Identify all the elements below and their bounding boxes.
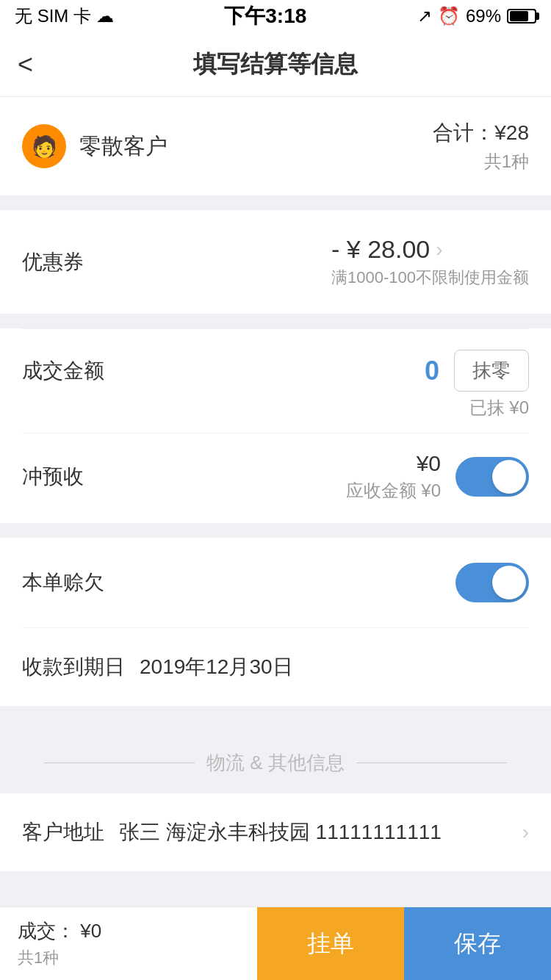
avatar-icon: 🧑	[32, 134, 57, 159]
coupon-amount: - ¥ 28.00	[331, 235, 430, 264]
address-row[interactable]: 客户地址 张三 海淀永丰科技园 11111111111 ›	[0, 793, 551, 871]
coupon-label: 优惠券	[22, 248, 84, 276]
coupon-section: 优惠券 - ¥ 28.00 › 满1000-100不限制使用金额	[0, 210, 551, 314]
page-title: 填写结算等信息	[193, 48, 358, 81]
amount-row: 成交金额 0 抹零 已抹 ¥0	[22, 328, 529, 433]
logistics-title: 物流 & 其他信息	[206, 750, 345, 776]
address-chevron-icon: ›	[522, 821, 529, 844]
precharge-main-amount: ¥0	[346, 451, 441, 476]
precharge-amounts: ¥0 应收金额 ¥0	[346, 451, 441, 502]
due-date-row: 收款到期日 2019年12月30日	[22, 627, 529, 706]
location-icon: ↗	[417, 6, 432, 26]
address-label: 客户地址	[22, 818, 104, 846]
due-date-label: 收款到期日	[22, 653, 125, 681]
coupon-row[interactable]: 优惠券 - ¥ 28.00 › 满1000-100不限制使用金额	[22, 210, 529, 314]
divider-1	[0, 195, 551, 210]
logistics-header: 物流 & 其他信息	[0, 735, 551, 790]
bottom-transaction: 成交： ¥0	[18, 918, 240, 944]
customer-row: 🧑 零散客户 合计：¥28 共1种	[22, 97, 529, 195]
debt-label: 本单赊欠	[22, 569, 104, 597]
divider-line-right	[356, 763, 507, 763]
status-bar: 无 SIM 卡 ☁ 下午3:18 ↗ ⏰ 69%	[0, 0, 551, 32]
customer-right: 合计：¥28 共1种	[433, 119, 529, 173]
total-count: 共1种	[433, 150, 529, 173]
amount-sub: 已抹 ¥0	[22, 392, 529, 427]
suspend-button[interactable]: 挂单	[257, 907, 404, 980]
sim-status: 无 SIM 卡 ☁	[15, 4, 114, 28]
customer-left: 🧑 零散客户	[22, 124, 168, 168]
round-button[interactable]: 抹零	[454, 350, 529, 392]
battery-percent: 69%	[466, 6, 501, 26]
amount-label: 成交金额	[22, 357, 104, 385]
nav-bar: < 填写结算等信息	[0, 32, 551, 97]
bottom-count: 共1种	[18, 947, 240, 969]
coupon-right: - ¥ 28.00 › 满1000-100不限制使用金额	[331, 235, 529, 289]
bottom-left: 成交： ¥0 共1种	[0, 907, 257, 980]
address-value: 张三 海淀永丰科技园 11111111111	[119, 818, 516, 846]
status-left: 无 SIM 卡 ☁	[15, 4, 114, 28]
bottom-transaction-value: ¥0	[80, 920, 101, 942]
divider-line-left	[44, 763, 195, 763]
bottom-bar: 成交： ¥0 共1种 挂单 保存	[0, 907, 551, 980]
debt-toggle[interactable]	[455, 563, 529, 602]
bottom-transaction-label: 成交：	[18, 920, 75, 942]
debt-row: 本单赊欠	[22, 538, 529, 627]
avatar: 🧑	[22, 124, 66, 168]
divider-3	[0, 523, 551, 538]
chevron-right-icon: ›	[436, 238, 442, 262]
logistics-divider: 物流 & 其他信息	[22, 750, 529, 776]
customer-name: 零散客户	[79, 131, 168, 162]
alarm-icon: ⏰	[438, 6, 460, 26]
amount-value[interactable]: 0	[425, 356, 439, 386]
due-date-value[interactable]: 2019年12月30日	[140, 653, 293, 681]
debt-toggle-knob	[492, 566, 526, 599]
transaction-section: 成交金额 0 抹零 已抹 ¥0 冲预收 ¥0 应收金额 ¥0	[0, 328, 551, 523]
divider-2	[0, 314, 551, 328]
status-right: ↗ ⏰ 69%	[417, 6, 536, 26]
precharge-row: 冲预收 ¥0 应收金额 ¥0	[22, 433, 529, 523]
save-button[interactable]: 保存	[404, 907, 551, 980]
precharge-sub-amount: 应收金额 ¥0	[346, 479, 441, 502]
toggle-knob	[492, 460, 526, 494]
precharge-toggle[interactable]	[455, 457, 529, 497]
coupon-hint: 满1000-100不限制使用金额	[331, 267, 529, 289]
total-label: 合计：¥28	[433, 119, 529, 147]
customer-section: 🧑 零散客户 合计：¥28 共1种	[0, 97, 551, 195]
debt-section: 本单赊欠 收款到期日 2019年12月30日	[0, 538, 551, 706]
precharge-label: 冲预收	[22, 463, 84, 491]
status-time: 下午3:18	[224, 2, 306, 30]
amount-top: 成交金额 0 抹零	[22, 350, 529, 392]
battery-icon	[507, 9, 536, 24]
divider-4	[0, 706, 551, 735]
precharge-right: ¥0 应收金额 ¥0	[346, 451, 529, 502]
back-button[interactable]: <	[18, 49, 33, 80]
